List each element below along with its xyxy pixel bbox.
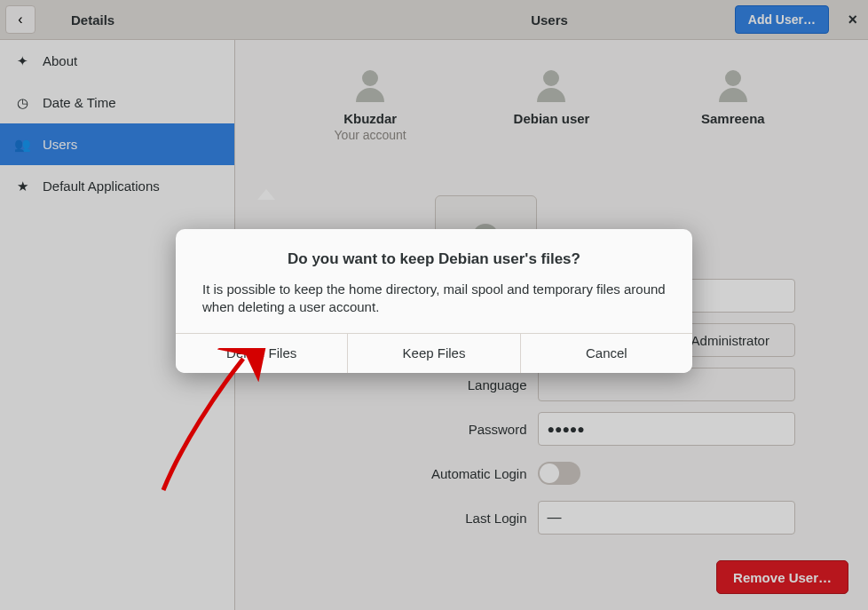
dialog-title: Do you want to keep Debian user's files? [202, 250, 666, 268]
delete-files-button[interactable]: Delete Files [176, 334, 348, 373]
dialog-message: It is possible to keep the home director… [202, 281, 666, 317]
modal-overlay: Do you want to keep Debian user's files?… [0, 0, 868, 610]
cancel-button[interactable]: Cancel [521, 334, 692, 373]
delete-files-dialog: Do you want to keep Debian user's files?… [176, 229, 692, 373]
keep-files-button[interactable]: Keep Files [348, 334, 520, 373]
